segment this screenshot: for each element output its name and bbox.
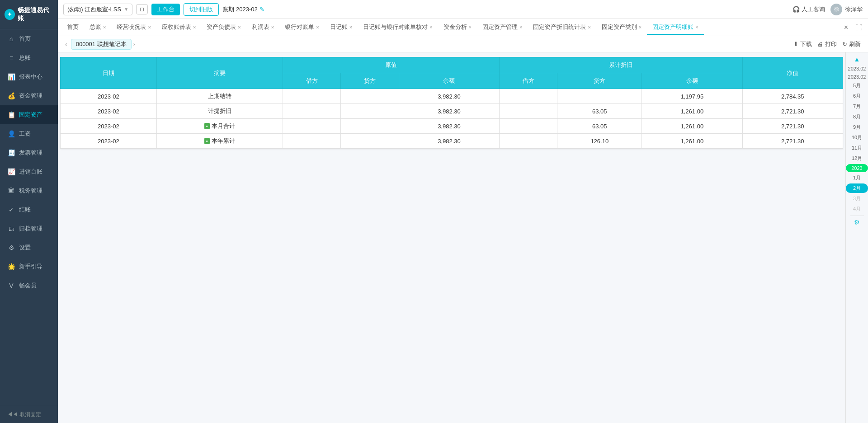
sidebar-item-settings[interactable]: ⚙ 设置 xyxy=(0,238,58,257)
tab-asset-type[interactable]: 固定资产类别 × xyxy=(596,20,647,35)
tab-close-icon[interactable]: × xyxy=(588,24,590,30)
col-accum-debit: 借方 xyxy=(500,73,557,89)
timeline-month-10[interactable]: 10月 xyxy=(846,133,868,142)
refresh-label: 刷新 xyxy=(849,40,861,48)
timeline-month-12[interactable]: 12月 xyxy=(846,154,868,163)
row-net-value: 2,784.35 xyxy=(742,89,843,104)
sidebar-item-close[interactable]: ✓ 结账 xyxy=(0,200,58,219)
row-orig-debit xyxy=(283,89,341,104)
tab-close-icon[interactable]: × xyxy=(193,24,196,30)
tab-balance-sheet[interactable]: 资产负债表 × xyxy=(201,20,246,35)
sidebar-item-guide[interactable]: 🌟 新手引导 xyxy=(0,257,58,276)
timeline-month-6[interactable]: 6月 xyxy=(846,91,868,101)
tab-close-icon[interactable]: × xyxy=(469,24,472,30)
workspace-button[interactable]: 工作台 xyxy=(151,4,180,15)
timeline-month-5[interactable]: 5月 xyxy=(846,81,868,90)
tab-close-icon[interactable]: × xyxy=(316,24,319,30)
sidebar-item-home[interactable]: ⌂ 首页 xyxy=(0,29,58,48)
timeline-month-9[interactable]: 9月 xyxy=(846,122,868,132)
tab-profit[interactable]: 利润表 × xyxy=(246,20,279,35)
assets-icon: 📋 xyxy=(7,111,15,119)
tab-close-icon[interactable]: × xyxy=(695,24,698,30)
tab-label: 总账 xyxy=(90,23,101,31)
row-accum-credit xyxy=(557,89,642,104)
row-accum-credit: 126.10 xyxy=(557,134,642,149)
sidebar-item-sales[interactable]: 📈 进销台账 xyxy=(0,162,58,181)
breadcrumb-bar: ‹ 000001 联想笔记本 › ⬇ 下载 🖨 打印 ↻ 刷新 xyxy=(58,36,868,52)
sidebar-item-tax[interactable]: 🏛 税务管理 xyxy=(0,181,58,200)
tab-biz-status[interactable]: 经营状况表 × xyxy=(111,20,156,35)
timeline-month-3[interactable]: 3月 xyxy=(846,194,868,203)
app-logo: ✦ 畅捷通易代账 xyxy=(0,0,58,29)
timeline-month-11[interactable]: 11月 xyxy=(846,143,868,153)
timeline-month-7[interactable]: 7月 xyxy=(846,102,868,111)
col-desc: 摘要 xyxy=(156,57,283,89)
timeline-month-2[interactable]: 2月 xyxy=(846,183,868,193)
tab-ledger[interactable]: 总账 × xyxy=(84,20,111,35)
tab-label: 日记账与银行对账单核对 xyxy=(363,23,428,31)
timeline-month-1[interactable]: 1月 xyxy=(846,173,868,183)
copy-button[interactable]: □ xyxy=(136,4,148,14)
tab-bank-verify[interactable]: 日记账与银行对账单核对 × xyxy=(358,20,438,35)
tab-label: 固定资产明细账 xyxy=(652,23,693,31)
breadcrumb-next-icon[interactable]: › xyxy=(133,41,135,47)
tab-close-icon[interactable]: × xyxy=(639,24,642,30)
row-accum-debit xyxy=(500,119,557,134)
breadcrumb-prev-icon[interactable]: ‹ xyxy=(65,41,67,48)
row-date: 2023-02 xyxy=(61,104,157,119)
download-action[interactable]: ⬇ 下载 xyxy=(793,40,812,48)
customer-service[interactable]: 🎧 人工客询 xyxy=(793,5,825,14)
tab-close-icon[interactable]: × xyxy=(103,24,106,30)
company-name: (勿动) 江西服室-LSS xyxy=(67,5,121,14)
tab-close-icon[interactable]: × xyxy=(349,24,352,30)
sidebar-item-assets[interactable]: 📋 固定资产 xyxy=(0,105,58,124)
timeline-scroll-up[interactable]: ▲ xyxy=(853,54,862,64)
period-edit-icon[interactable]: ✎ xyxy=(259,6,264,13)
sidebar-item-label: 资金管理 xyxy=(19,92,42,100)
tabs-close-button[interactable]: × xyxy=(842,23,850,33)
sidebar-item-invoice[interactable]: 🧾 发票管理 xyxy=(0,143,58,162)
tabs-fullscreen-button[interactable]: ⛶ xyxy=(854,23,864,33)
sidebar-item-reports[interactable]: 📊 报表中心 xyxy=(0,67,58,86)
timeline-settings-icon[interactable]: ⚙ xyxy=(853,217,861,227)
tab-asset-deprec[interactable]: 固定资产折旧统计表 × xyxy=(528,20,596,35)
timeline-month-4[interactable]: 4月 xyxy=(846,204,868,214)
tab-label: 固定资产管理 xyxy=(482,23,518,31)
sidebar-menu: ⌂ 首页 ≡ 总账 📊 报表中心 💰 资金管理 📋 固定资产 👤 工资 🧾 发票… xyxy=(0,29,58,406)
row-orig-balance: 3,982.30 xyxy=(399,89,499,104)
tab-asset-mgmt[interactable]: 固定资产管理 × xyxy=(477,20,528,35)
period-value: 2023-02 xyxy=(236,6,258,13)
guide-icon: 🌟 xyxy=(7,263,15,271)
tab-fund-analysis[interactable]: 资金分析 × xyxy=(438,20,477,35)
timeline-month-8[interactable]: 8月 xyxy=(846,112,868,122)
tab-close-icon[interactable]: × xyxy=(429,24,432,30)
print-action[interactable]: 🖨 打印 xyxy=(817,40,837,48)
sidebar-item-ledger[interactable]: ≡ 总账 xyxy=(0,48,58,67)
tab-home[interactable]: 首页 xyxy=(61,20,84,35)
tab-label: 银行对账单 xyxy=(285,23,314,31)
refresh-action[interactable]: ↻ 刷新 xyxy=(842,40,861,48)
col-date: 日期 xyxy=(61,57,157,89)
sidebar-item-vip[interactable]: V 畅会员 xyxy=(0,276,58,295)
row-accum-balance: 1,261.00 xyxy=(642,134,742,149)
sidebar-item-funds[interactable]: 💰 资金管理 xyxy=(0,86,58,105)
company-selector[interactable]: (勿动) 江西服室-LSS ▼ xyxy=(63,4,132,15)
sidebar-unpin[interactable]: ◀◀ 取消固定 xyxy=(0,406,58,423)
col-orig-credit: 贷方 xyxy=(341,73,399,89)
row-accum-balance: 1,261.00 xyxy=(642,104,742,119)
sidebar-item-archive[interactable]: 🗂 归档管理 xyxy=(0,219,58,238)
tab-label: 固定资产折旧统计表 xyxy=(533,23,586,31)
tab-journal[interactable]: 日记账 × xyxy=(325,20,358,35)
tab-bank-stmt[interactable]: 银行对账单 × xyxy=(279,20,324,35)
tab-close-icon[interactable]: × xyxy=(271,24,274,30)
tab-label: 利润表 xyxy=(252,23,269,31)
tab-asset-detail[interactable]: 固定资产明细账 × xyxy=(647,20,703,35)
tab-close-icon[interactable]: × xyxy=(148,24,151,30)
tab-close-icon[interactable]: × xyxy=(519,24,522,30)
sidebar-item-salary[interactable]: 👤 工资 xyxy=(0,124,58,143)
tab-receivable[interactable]: 应收账龄表 × xyxy=(156,20,201,35)
oldver-button[interactable]: 切到旧版 xyxy=(184,3,219,16)
tab-close-icon[interactable]: × xyxy=(238,24,241,30)
content-area: 日期 摘要 原值 累计折旧 净值 借方 贷方 余额 借方 贷方 余额 xyxy=(58,52,868,423)
user-menu[interactable]: 徐 徐泽华 xyxy=(830,4,863,15)
